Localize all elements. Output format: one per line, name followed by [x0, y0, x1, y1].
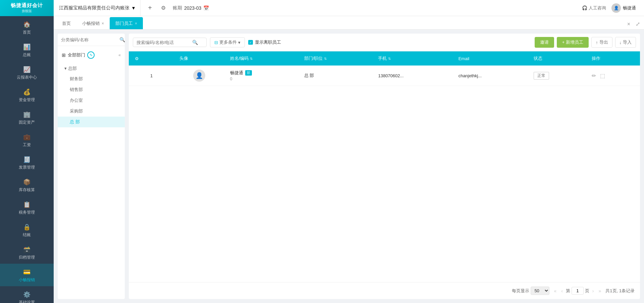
sidebar-item-ledger[interactable]: 📊 总账	[0, 39, 54, 61]
show-inactive-label: 显示离职员工	[255, 39, 281, 45]
column-name[interactable]: 姓名/编码 ⇅	[225, 51, 299, 66]
sidebar-item-reports[interactable]: 📈 云报表中心	[0, 61, 54, 84]
dept-item-general[interactable]: 总 部	[58, 117, 125, 127]
dept-search-icon[interactable]: 🔍	[119, 37, 125, 42]
sidebar-item-inventory[interactable]: 📦 库存核算	[0, 174, 54, 196]
calendar-icon[interactable]: 📅	[203, 5, 209, 11]
add-employee-button[interactable]: + 新增员工	[557, 37, 589, 48]
sidebar-label-invoice: 发票管理	[19, 165, 35, 170]
edit-button[interactable]: ✏	[592, 73, 596, 79]
employee-search-box[interactable]: 🔍	[133, 38, 207, 47]
column-gear[interactable]: ⚙	[129, 51, 145, 66]
dept-item-sales[interactable]: 销售部	[58, 84, 125, 95]
dept-search-area: 🔍	[58, 34, 125, 46]
invite-button[interactable]: 邀请	[535, 37, 554, 48]
add-account-button[interactable]: +	[146, 4, 154, 12]
dept-edit-badge[interactable]: ✎	[87, 51, 95, 59]
employee-toolbar: 🔍 ⊟ 更多条件 ▾ ✓ 显示离职员工 邀请	[129, 34, 640, 51]
tab-home[interactable]: 首页	[56, 17, 76, 29]
row-phone: 138070602...	[373, 66, 453, 86]
tab-expense-label: 小畅报销	[82, 20, 100, 27]
sidebar-item-funds[interactable]: 💰 资金管理	[0, 84, 54, 106]
employees-data-table: ⚙ 头像 姓名/编码 ⇅	[129, 51, 640, 86]
sidebar-label-archive: 归档管理	[19, 255, 35, 260]
tab-minimize-button[interactable]: ×	[626, 20, 632, 28]
prev-page-button[interactable]: ‹	[559, 287, 565, 295]
employee-search-icon[interactable]: 🔍	[192, 40, 198, 45]
user-area[interactable]: 👤 畅捷通	[611, 3, 636, 13]
export-button[interactable]: ↑ 导出	[591, 37, 612, 48]
tabs-right-actions: × ⤢	[626, 20, 641, 29]
logo-area: 畅捷通好会计 旗舰版	[0, 0, 54, 16]
first-page-button[interactable]: «	[552, 287, 558, 295]
tabs-bar: 首页 小畅报销 × 部门员工 × × ⤢	[54, 16, 644, 30]
page-size-select[interactable]: 50 100 200	[531, 287, 549, 295]
show-inactive-area: ✓ 显示离职员工	[248, 39, 281, 45]
dept-collapse-icon[interactable]: «	[118, 53, 121, 57]
dept-group-root[interactable]: ▾ 总部	[58, 63, 125, 74]
archive-icon: 🗃️	[23, 246, 31, 253]
header-settings-button[interactable]: ⚙	[159, 4, 167, 12]
row-name: 畅捷通 部 0	[225, 66, 299, 86]
page-label: 第	[566, 288, 570, 294]
support-button[interactable]: 🎧 人工咨询	[582, 5, 606, 11]
page-suffix: 页	[585, 288, 589, 294]
sidebar-item-expense[interactable]: 💳 小畅报销	[0, 264, 54, 286]
sidebar-label-ledger: 总账	[23, 52, 31, 58]
all-dept-item[interactable]: ⊞ 全部部门 ✎ «	[58, 49, 125, 61]
phone-sort-icon: ⇅	[388, 57, 391, 60]
name-sort-icon: ⇅	[250, 57, 253, 60]
filter-label: 更多条件	[219, 39, 237, 45]
reports-icon: 📈	[23, 66, 31, 73]
invoice-icon: 🧾	[23, 156, 31, 163]
export-label: 导出	[599, 39, 608, 45]
column-phone[interactable]: 手机 ⇅	[373, 51, 453, 66]
sidebar-label-reports: 云报表中心	[17, 75, 37, 80]
employee-name: 畅捷通	[230, 70, 243, 76]
sidebar-label-fixed-assets: 固定资产	[19, 120, 35, 125]
dept-item-finance[interactable]: 财务部	[58, 74, 125, 84]
sidebar-item-fixed-assets[interactable]: 🏢 固定资产	[0, 106, 54, 129]
dept-item-office[interactable]: 办公室	[58, 95, 125, 106]
sidebar-item-settings[interactable]: ⚙️ 基础设置	[0, 286, 54, 303]
table-header-row: ⚙ 头像 姓名/编码 ⇅	[129, 51, 640, 66]
row-dept: 总 部	[299, 66, 373, 86]
sidebar-label-tax: 税务管理	[19, 210, 35, 215]
sidebar-label-expense: 小畅报销	[19, 277, 35, 283]
dept-item-purchase[interactable]: 采购部	[58, 106, 125, 117]
sidebar-item-home[interactable]: 🏠 首页	[0, 16, 54, 39]
sidebar-item-close[interactable]: 🔒 结账	[0, 219, 54, 241]
expense-icon: 💳	[23, 268, 31, 276]
page-input[interactable]	[572, 287, 584, 295]
show-inactive-checkbox[interactable]: ✓	[248, 40, 253, 45]
sidebar: 🏠 首页 📊 总账 📈 云报表中心 💰 资金管理 🏢 固定资产 💼 工资 🧾 发…	[0, 16, 54, 303]
column-dept[interactable]: 部门/职位 ⇅	[299, 51, 373, 66]
header-actions: + ⚙ 账期 2023-03 📅	[141, 4, 214, 12]
logo-subtitle: 旗舰版	[22, 9, 32, 13]
last-page-button[interactable]: »	[597, 287, 603, 295]
tab-expense[interactable]: 小畅报销 ×	[76, 17, 110, 29]
next-page-button[interactable]: ›	[591, 287, 596, 295]
tab-maximize-button[interactable]: ⤢	[634, 20, 641, 28]
sidebar-item-tax[interactable]: 📋 税务管理	[0, 196, 54, 219]
home-icon: 🏠	[23, 21, 31, 28]
sidebar-item-archive[interactable]: 🗃️ 归档管理	[0, 241, 54, 264]
main-layout: 🏠 首页 📊 总账 📈 云报表中心 💰 资金管理 🏢 固定资产 💼 工资 🧾 发…	[0, 16, 644, 303]
tab-expense-close[interactable]: ×	[102, 21, 104, 26]
logout-button[interactable]: ⬚	[600, 73, 605, 79]
filter-button[interactable]: ⊟ 更多条件 ▾	[210, 37, 245, 47]
sidebar-item-invoice[interactable]: 🧾 发票管理	[0, 151, 54, 174]
employee-search-input[interactable]	[137, 40, 190, 45]
column-index	[145, 51, 174, 66]
sidebar-item-salary[interactable]: 💼 工资	[0, 129, 54, 151]
row-index: 1	[145, 66, 174, 86]
table-row: 1 👤 畅捷通 部 0 总 部 138070602...	[129, 66, 640, 86]
dept-search-input[interactable]	[61, 37, 117, 42]
settings-icon: ⚙️	[23, 291, 31, 298]
company-selector[interactable]: 江西服宝精品有限责任公司内账张 ▾	[54, 0, 141, 16]
import-button[interactable]: ↓ 导入	[615, 37, 636, 48]
tab-department-close[interactable]: ×	[135, 21, 137, 26]
tab-home-label: 首页	[62, 20, 71, 27]
tab-department[interactable]: 部门员工 ×	[110, 17, 143, 29]
column-email: Email	[453, 51, 529, 66]
